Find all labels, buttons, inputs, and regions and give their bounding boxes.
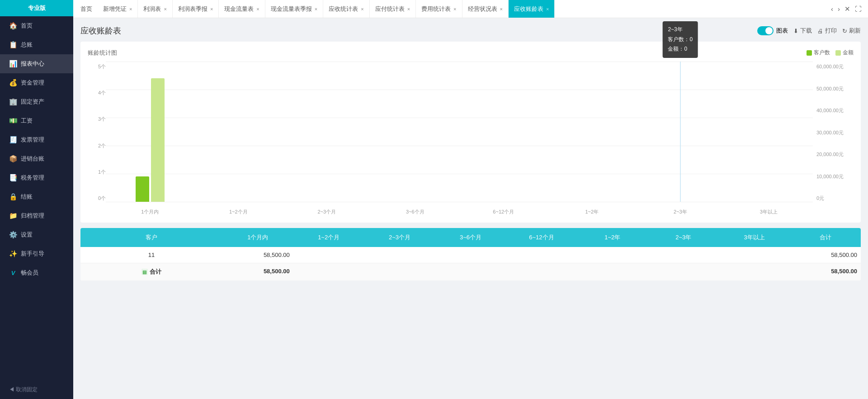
tax-icon: 📑 xyxy=(9,174,17,182)
sidebar-item-guide[interactable]: ✨ 新手引导 xyxy=(0,244,73,263)
total-icon: ▤ xyxy=(142,269,148,275)
y-left-1: 1个 xyxy=(98,169,106,176)
sidebar-item-tax[interactable]: 📑 税务管理 xyxy=(0,168,73,187)
chart-title: 账龄统计图 xyxy=(88,49,854,57)
tab-close-voucher[interactable]: × xyxy=(129,6,132,12)
sidebar-item-invoice[interactable]: 🧾 发票管理 xyxy=(0,130,73,149)
x-label-1-2m: 1~2个月 xyxy=(194,209,283,215)
total-row: ▤ 合计 58,500.00 58,500.00 xyxy=(80,263,861,280)
tab-close-payable-stat[interactable]: × xyxy=(407,6,410,12)
tab-fullscreen-button[interactable]: ⛶ xyxy=(853,4,863,14)
refresh-icon: ↻ xyxy=(842,28,847,34)
tab-profit[interactable]: 利润表 × xyxy=(138,0,172,18)
td-total-m3-6 xyxy=(435,263,506,280)
app-logo: 专业版 xyxy=(0,0,73,16)
tab-profit-quarter[interactable]: 利润表季报 × xyxy=(173,0,219,18)
tab-voucher[interactable]: 新增凭证 × xyxy=(98,0,138,18)
x-labels: 1个月内 1~2个月 2~3个月 3~6个月 6~12个月 1~2年 2~3年 … xyxy=(106,209,813,215)
tab-cashflow[interactable]: 现金流量表 × xyxy=(219,0,265,18)
td-total-0: 58,500.00 xyxy=(790,247,861,263)
bar-group-1m xyxy=(106,62,194,202)
td-total-m1: 58,500.00 xyxy=(222,263,293,280)
legend-amount: 金额 xyxy=(835,49,854,57)
bar-group-3plus xyxy=(725,62,813,202)
chart-toggle-label: 图表 xyxy=(776,27,788,35)
bar-group-1-2y xyxy=(548,62,637,202)
download-button[interactable]: ⬇ 下载 xyxy=(793,27,812,35)
td-total-grand: 58,500.00 xyxy=(790,263,861,280)
chart-wrap: 5个 4个 3个 2个 1个 0个 xyxy=(88,62,854,215)
page-content: 应收账龄表 图表 ⬇ 下载 🖨 打印 ↻ 刷新 xyxy=(73,18,868,399)
tab-close-expense-stat[interactable]: × xyxy=(453,6,456,12)
sidebar-item-home[interactable]: 🏠 首页 xyxy=(0,16,73,35)
y-left-4: 4个 xyxy=(98,90,106,96)
vip-icon: V xyxy=(9,270,17,276)
legend-customer-dot xyxy=(807,50,812,56)
x-label-3-6m: 3~6个月 xyxy=(371,209,460,215)
print-button[interactable]: 🖨 打印 xyxy=(817,27,837,35)
close-accounts-icon: 🔒 xyxy=(9,193,17,201)
sidebar-item-fixed[interactable]: 🏢 固定资产 xyxy=(0,92,73,111)
tab-cashflow-quarter[interactable]: 现金流量表季报 × xyxy=(265,0,323,18)
y-left-2: 2个 xyxy=(98,142,106,149)
tab-close-cashflow-quarter[interactable]: × xyxy=(315,6,317,12)
archive-icon: 📁 xyxy=(9,212,17,220)
chart-legend: 客户数 金额 xyxy=(807,49,854,57)
sidebar-item-purchase[interactable]: 📦 进销台账 xyxy=(0,149,73,168)
tab-close-business-stat[interactable]: × xyxy=(500,6,503,12)
bar-group-2-3m xyxy=(283,62,371,202)
tab-payable-stat[interactable]: 应付统计表 × xyxy=(370,0,416,18)
td-customer-0: 11 xyxy=(80,247,222,263)
grid-line-0 xyxy=(106,202,813,202)
sidebar-item-ledger[interactable]: 📋 总账 xyxy=(0,35,73,54)
bar-group-1-2m xyxy=(194,62,283,202)
sidebar-item-payroll[interactable]: 💵 工资 xyxy=(0,111,73,130)
tab-expense-stat[interactable]: 费用统计表 × xyxy=(416,0,462,18)
print-icon: 🖨 xyxy=(817,28,823,34)
td-total-m2-3 xyxy=(364,263,435,280)
sidebar-item-capital[interactable]: 💰 资金管理 xyxy=(0,73,73,92)
th-m1: 1个月内 xyxy=(222,228,293,247)
tab-aging[interactable]: 应收账龄表 × xyxy=(509,0,555,18)
tab-next-button[interactable]: › xyxy=(836,4,842,14)
payroll-icon: 💵 xyxy=(9,117,17,125)
tab-close-aging[interactable]: × xyxy=(546,6,549,12)
th-y1-2: 1~2年 xyxy=(577,228,648,247)
unpin-button[interactable]: ◀ 取消固定 xyxy=(0,380,73,399)
bar-group-3-6m xyxy=(371,62,460,202)
td-y1-2-0 xyxy=(577,247,648,263)
tab-close-cashflow[interactable]: × xyxy=(256,6,259,12)
table-header: 客户 1个月内 1~2个月 2~3个月 3~6个月 6~12个月 1~2年 2~… xyxy=(80,228,861,247)
x-label-2-3m: 2~3个月 xyxy=(283,209,371,215)
tab-home[interactable]: 首页 xyxy=(75,0,98,18)
y-right-30k: 30,000.00元 xyxy=(816,129,844,136)
th-total: 合计 xyxy=(790,228,861,247)
chart-toggle[interactable] xyxy=(757,26,774,35)
tab-prev-button[interactable]: ‹ xyxy=(829,4,835,14)
chart-tooltip: 2~3年 客户数：0 金额：0 xyxy=(662,21,698,58)
fixed-icon: 🏢 xyxy=(9,98,17,106)
y-right-50k: 50,000.00元 xyxy=(816,86,844,92)
sidebar-item-vip[interactable]: V 畅会员 xyxy=(0,263,73,282)
y-right-0: 0元 xyxy=(816,195,824,202)
tab-business-stat[interactable]: 经营状况表 × xyxy=(462,0,509,18)
refresh-button[interactable]: ↻ 刷新 xyxy=(842,27,861,35)
x-label-3plus: 3年以上 xyxy=(725,209,813,215)
sidebar-item-archive[interactable]: 📁 归档管理 xyxy=(0,206,73,225)
x-label-1-2y: 1~2年 xyxy=(548,209,637,215)
page-header: 应收账龄表 图表 ⬇ 下载 🖨 打印 ↻ 刷新 xyxy=(80,25,861,36)
sidebar-item-settings[interactable]: ⚙️ 设置 xyxy=(0,225,73,244)
sidebar-item-close[interactable]: 🔒 结账 xyxy=(0,187,73,206)
capital-icon: 💰 xyxy=(9,79,17,87)
tab-receivable-stat[interactable]: 应收统计表 × xyxy=(323,0,369,18)
th-m6-12: 6~12个月 xyxy=(506,228,577,247)
chart-container: 账龄统计图 客户数 金额 5个 4个 3个 2个 1个 xyxy=(80,42,861,223)
tab-close-profit[interactable]: × xyxy=(164,6,166,12)
tab-close-receivable-stat[interactable]: × xyxy=(361,6,363,12)
chart-inner: 2~3年 客户数：0 金额：0 1个月内 xyxy=(106,62,813,215)
sidebar-item-report[interactable]: 📊 报表中心 xyxy=(0,54,73,73)
tab-close-all-button[interactable]: ✕ xyxy=(843,4,852,14)
tab-list: 首页 新增凭证 × 利润表 × 利润表季报 × 现金流量表 × 现金流量表季报 … xyxy=(75,0,826,18)
sidebar: 专业版 🏠 首页 📋 总账 📊 报表中心 💰 资金管理 🏢 固定资产 💵 工资 … xyxy=(0,0,73,399)
tab-close-profit-quarter[interactable]: × xyxy=(210,6,213,12)
